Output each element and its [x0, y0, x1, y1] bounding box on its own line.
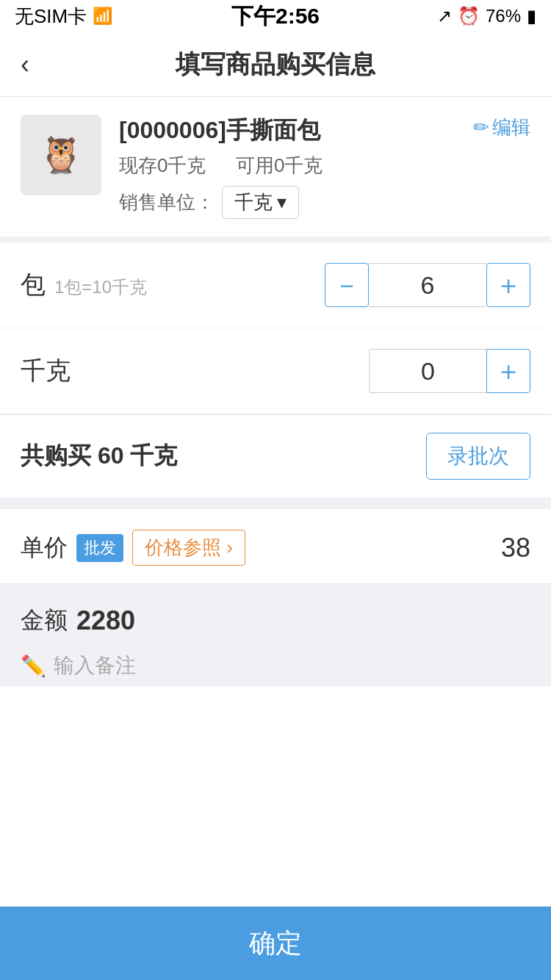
qianke-row: 千克 ＋ — [0, 328, 551, 414]
product-info: [0000006]手撕面包 ✏ 编辑 现存0千克 可用0千克 销售单位： 千克 … — [119, 115, 530, 219]
price-left: 单价 批发 价格参照 › — [21, 530, 245, 566]
bao-decrease-button[interactable]: － — [325, 263, 369, 307]
qianke-input[interactable] — [369, 349, 486, 393]
amount-value: 2280 — [76, 605, 135, 636]
bao-sub-label: 1包=10千克 — [54, 275, 147, 299]
available-text — [212, 154, 231, 176]
unit-dropdown-icon: ▾ — [277, 191, 287, 214]
battery-text: 76% — [486, 6, 521, 26]
product-unit-row: 销售单位： 千克 ▾ — [119, 186, 530, 219]
price-label: 单价 — [21, 532, 68, 564]
page-title: 填写商品购买信息 — [176, 48, 375, 82]
qianke-label: 千克 — [21, 354, 71, 388]
bao-row: 包 1包=10千克 － ＋ — [0, 242, 551, 328]
amount-row: 金额 2280 — [21, 605, 530, 637]
qianke-label-group: 千克 — [21, 354, 71, 388]
stock-text: 现存0千克 — [119, 154, 206, 176]
edit-label: 编辑 — [492, 115, 530, 140]
summary-label: 共购买 — [21, 442, 91, 469]
summary-number: 60 — [98, 442, 124, 469]
price-section: 单价 批发 价格参照 › 38 — [0, 509, 551, 584]
edit-icon: ✏ — [473, 116, 489, 139]
bao-label-group: 包 1包=10千克 — [21, 268, 147, 302]
bao-input[interactable] — [369, 263, 486, 307]
battery-icon: ▮ — [527, 6, 536, 26]
quantity-section: 包 1包=10千克 － ＋ 千克 ＋ — [0, 242, 551, 415]
product-card: 🦉 [0000006]手撕面包 ✏ 编辑 现存0千克 可用0千克 销售单位： 千… — [0, 97, 551, 242]
qianke-increase-button[interactable]: ＋ — [486, 349, 530, 393]
product-stock: 现存0千克 可用0千克 — [119, 153, 530, 179]
summary-text: 共购买 60 千克 — [21, 440, 177, 472]
status-time: 下午2:56 — [231, 1, 320, 32]
product-name-row: [0000006]手撕面包 ✏ 编辑 — [119, 115, 530, 147]
available-value: 可用0千克 — [236, 154, 323, 176]
price-badge: 批发 — [76, 534, 123, 562]
empty-area — [0, 686, 551, 907]
qianke-controls: ＋ — [369, 349, 530, 393]
section-divider — [0, 503, 551, 509]
note-row[interactable]: ✏️ 输入备注 — [21, 652, 530, 680]
unit-value: 千克 — [234, 190, 273, 215]
unit-label: 销售单位： — [119, 190, 215, 215]
status-right: ↗ ⏰ 76% ▮ — [437, 6, 536, 26]
bao-label: 包 — [21, 268, 46, 302]
summary-unit-text: 千克 — [130, 442, 177, 469]
carrier-text: 无SIM卡 — [15, 4, 87, 29]
amount-section: 金额 2280 ✏️ 输入备注 — [0, 584, 551, 686]
confirm-button[interactable]: 确定 — [0, 907, 551, 980]
product-img-placeholder: 🦉 — [39, 134, 83, 176]
back-button[interactable]: ‹ — [21, 49, 29, 80]
status-left: 无SIM卡 📶 — [15, 4, 112, 29]
amount-label: 金额 — [21, 605, 68, 637]
nav-bar: ‹ 填写商品购买信息 — [0, 32, 551, 97]
bao-controls: － ＋ — [325, 263, 530, 307]
alarm-icon: ⏰ — [458, 6, 480, 26]
wifi-icon: 📶 — [93, 7, 112, 26]
product-name: [0000006]手撕面包 — [119, 115, 320, 147]
edit-button[interactable]: ✏ 编辑 — [473, 115, 530, 140]
price-value: 38 — [501, 533, 530, 563]
price-ref-button[interactable]: 价格参照 › — [132, 530, 245, 566]
bao-increase-button[interactable]: ＋ — [486, 263, 530, 307]
note-placeholder: 输入备注 — [54, 652, 136, 680]
batch-button[interactable]: 录批次 — [426, 433, 530, 480]
location-icon: ↗ — [437, 6, 452, 26]
status-bar: 无SIM卡 📶 下午2:56 ↗ ⏰ 76% ▮ — [0, 0, 551, 32]
product-image: 🦉 — [21, 115, 101, 195]
confirm-button-label: 确定 — [249, 926, 302, 962]
note-icon: ✏️ — [21, 654, 46, 678]
summary-section: 共购买 60 千克 录批次 — [0, 415, 551, 503]
unit-select[interactable]: 千克 ▾ — [222, 186, 299, 219]
